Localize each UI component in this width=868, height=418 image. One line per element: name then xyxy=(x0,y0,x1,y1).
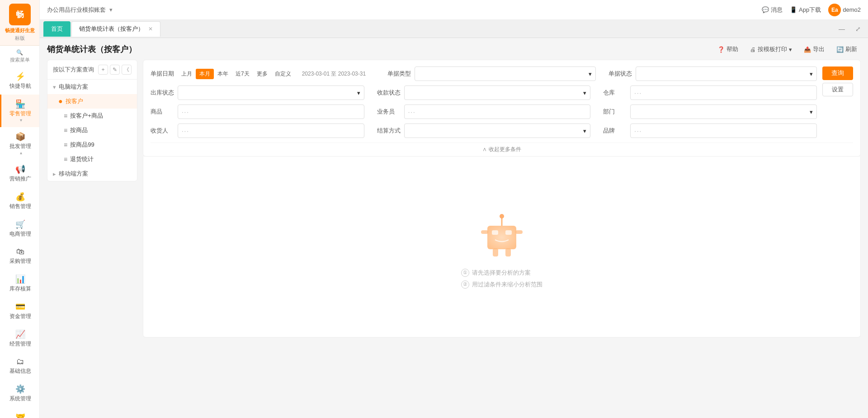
sidebar-item-retail[interactable]: 🏪 零售管理 ▾ xyxy=(0,95,39,127)
sales-icon: 💰 xyxy=(15,192,25,202)
salesman-dots: ··· xyxy=(408,109,416,115)
page-actions: ❓ 帮助 🖨 按模板打印 ▾ 📤 导出 🔄 刷新 xyxy=(714,43,861,55)
content-right: 单据日期 上月 本月 本年 近7天 更多 自定义 2023-03-01 至 20… xyxy=(143,60,861,337)
sidebar-item-inventory[interactable]: 📊 库存核算 xyxy=(0,270,39,297)
print-label: 按模板打印 xyxy=(758,45,787,53)
sidebar-item-system[interactable]: ⚙️ 系统管理 xyxy=(0,380,39,407)
tab-home[interactable]: 首页 xyxy=(43,21,71,37)
refresh-label: 刷新 xyxy=(845,45,857,53)
system-icon: ⚙️ xyxy=(15,384,25,394)
dept-filter[interactable]: ▾ xyxy=(630,104,817,119)
refresh-btn[interactable]: 🔄 刷新 xyxy=(833,43,861,55)
warehouse-filter[interactable]: ··· xyxy=(630,86,817,100)
date-tab-more[interactable]: 更多 xyxy=(253,69,271,79)
help-btn[interactable]: ❓ 帮助 xyxy=(714,43,742,55)
out-status-filter[interactable]: ▾ xyxy=(178,86,364,100)
user-profile[interactable]: Ea demo2 xyxy=(828,4,861,16)
filter-area: 单据日期 上月 本月 本年 近7天 更多 自定义 2023-03-01 至 20… xyxy=(143,60,861,157)
tree-item-goods99[interactable]: ≡ 按商品99 xyxy=(47,138,137,152)
sidebar-item-ecommerce[interactable]: 🛒 电商管理 xyxy=(0,215,39,242)
brand-filter[interactable]: ··· xyxy=(630,124,817,138)
receipt-dropdown-icon: ▾ xyxy=(583,90,586,96)
collapse-row[interactable]: ∧ 收起更多条件 xyxy=(151,142,853,156)
sidebar-item-sales-label: 销售管理 xyxy=(9,203,31,210)
content-area: 销货单统计表（按客户） ❓ 帮助 🖨 按模板打印 ▾ 📤 导出 🔄 刷新 xyxy=(40,38,868,418)
tree-section-pc[interactable]: ▾ 电脑端方案 xyxy=(47,80,137,94)
sidebar: 畅 畅捷通好生意 标版 🔍 搜索菜单 ⚡ 快捷导航 🏪 零售管理 ▾ 📦 批发管… xyxy=(0,0,40,418)
goods-label: 商品 xyxy=(151,108,174,116)
sidebar-item-wholesale[interactable]: 📦 批发管理 ▴ xyxy=(0,127,39,160)
svg-rect-0 xyxy=(487,226,516,249)
tab-close-icon[interactable]: ✕ xyxy=(148,26,153,32)
tab-sales-stats[interactable]: 销货单统计表（按客户） ✕ xyxy=(71,21,160,37)
sidebar-item-purchase[interactable]: 🛍 采购管理 xyxy=(0,242,39,270)
finance-icon: 💳 xyxy=(15,302,25,312)
quicknav-icon: ⚡ xyxy=(15,71,25,81)
date-tab-last-month[interactable]: 上月 xyxy=(178,69,196,79)
page-title: 销货单统计表（按客户） xyxy=(47,44,137,55)
type-label: 单据类型 xyxy=(387,70,411,78)
receipt-status-filter[interactable]: ▾ xyxy=(404,86,591,100)
filter-with-btn: 单据日期 上月 本月 本年 近7天 更多 自定义 2023-03-01 至 20… xyxy=(151,66,853,142)
type-filter[interactable]: ▾ xyxy=(415,66,596,81)
left-panel: 按以下方案查询 + ✎ 《 ▾ 电脑端方案 ● 按客户 xyxy=(47,60,137,181)
sidebar-item-finance[interactable]: 💳 资金管理 xyxy=(0,297,39,325)
out-status-label: 出库状态 xyxy=(151,89,174,97)
app-download-label: App下载 xyxy=(799,6,821,14)
status-label: 单据状态 xyxy=(609,70,632,78)
tree-item-goods[interactable]: ≡ 按商品 xyxy=(47,123,137,138)
export-btn[interactable]: 📤 导出 xyxy=(800,43,828,55)
industry-label: 办公用品行业模拟账套 xyxy=(47,6,106,14)
left-panel-actions: + ✎ 《 xyxy=(98,65,132,75)
settle-dropdown-icon: ▾ xyxy=(583,128,586,134)
tab-maximize-btn[interactable]: ⤢ xyxy=(852,23,864,35)
operations-icon: 📈 xyxy=(15,329,25,339)
query-button[interactable]: 查询 xyxy=(822,66,853,80)
date-tab-this-year[interactable]: 本年 xyxy=(214,69,232,79)
type-dropdown-icon: ▾ xyxy=(589,71,592,77)
settings-button[interactable]: 设置 xyxy=(822,83,853,96)
tree-item-goods99-label: 按商品99 xyxy=(70,141,94,149)
left-panel-edit-btn[interactable]: ✎ xyxy=(110,65,120,75)
date-tab-this-month[interactable]: 本月 xyxy=(196,69,214,79)
tree-item-return-label: 退货统计 xyxy=(70,155,94,163)
topbar-right: 💬 消息 📱 App下载 Ea demo2 xyxy=(762,4,861,16)
main-data-area: ① 请先选择要分析的方案 ② 用过滤条件来缩小分析范围 xyxy=(143,157,861,337)
sidebar-item-sales[interactable]: 💰 销售管理 xyxy=(0,187,39,215)
sidebar-item-quicknav[interactable]: ⚡ 快捷导航 xyxy=(0,67,39,95)
goods-filter[interactable]: ··· xyxy=(178,104,364,119)
date-tabs: 上月 本月 本年 近7天 更多 自定义 xyxy=(178,69,295,79)
svg-rect-5 xyxy=(481,230,488,234)
tree-section-mobile[interactable]: ▸ 移动端方案 xyxy=(47,166,137,181)
status-filter[interactable]: ▾ xyxy=(636,66,817,81)
industry-dropdown-icon[interactable]: ▾ xyxy=(109,6,113,13)
tree-item-by-customer[interactable]: ● 按客户 xyxy=(47,94,137,109)
messages-btn[interactable]: 💬 消息 xyxy=(762,6,783,14)
tree-item-cg-icon: ≡ xyxy=(64,112,67,119)
collapse-label: ∧ 收起更多条件 xyxy=(482,146,521,153)
sidebar-item-basics[interactable]: 🗂 基础信息 xyxy=(0,352,39,380)
sidebar-item-operations[interactable]: 📈 经营管理 xyxy=(0,325,39,352)
left-panel-add-btn[interactable]: + xyxy=(98,65,108,75)
avatar: Ea xyxy=(828,4,841,16)
brand-label: 品牌 xyxy=(603,127,627,135)
svg-rect-2 xyxy=(505,230,512,235)
tree-item-customer-goods[interactable]: ≡ 按客户+商品 xyxy=(47,109,137,123)
ecommerce-icon: 🛒 xyxy=(15,219,25,229)
app-download-btn[interactable]: 📱 App下载 xyxy=(790,6,821,14)
left-panel-collapse-btn[interactable]: 《 xyxy=(122,65,132,75)
tab-minimize-btn[interactable]: — xyxy=(835,23,848,35)
search-menu-item[interactable]: 🔍 搜索菜单 xyxy=(0,46,39,67)
tree-item-return-stats[interactable]: ≡ 退货统计 xyxy=(47,152,137,166)
help-icon: ❓ xyxy=(717,46,725,53)
salesman-filter[interactable]: ··· xyxy=(404,104,591,119)
print-btn[interactable]: 🖨 按模板打印 ▾ xyxy=(746,43,796,55)
receiver-filter[interactable]: ··· xyxy=(178,124,364,138)
settle-filter[interactable]: ▾ xyxy=(404,124,591,138)
date-tab-custom[interactable]: 自定义 xyxy=(271,69,295,79)
sidebar-item-marketing[interactable]: 📢 营销推广 xyxy=(0,160,39,187)
tab-sales-stats-label: 销货单统计表（按客户） xyxy=(79,25,144,33)
sidebar-item-enterprise[interactable]: 🤝 企业协同 xyxy=(0,407,39,418)
tree-item-customer-label: 按客户 xyxy=(66,97,83,105)
date-tab-7days[interactable]: 近7天 xyxy=(232,69,253,79)
